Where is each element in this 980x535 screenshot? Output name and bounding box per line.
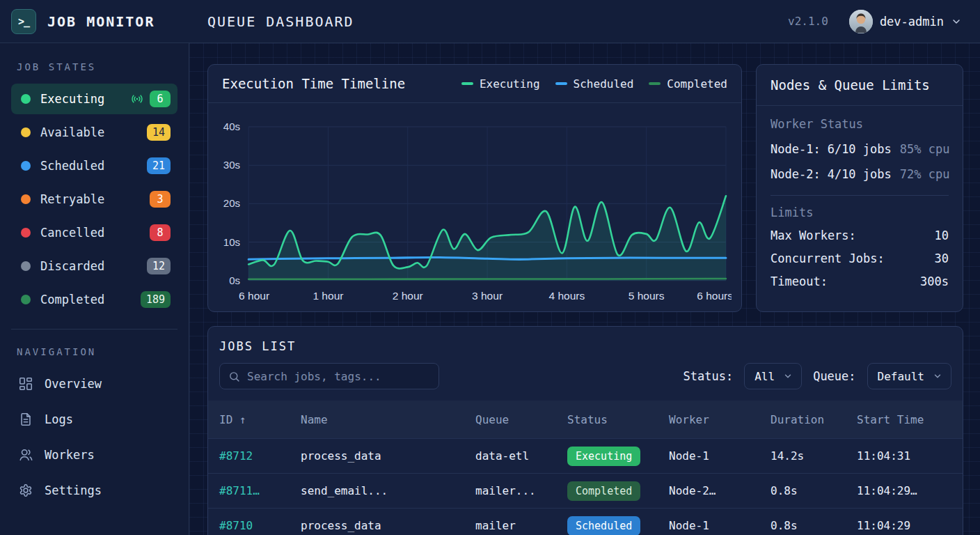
search-icon — [228, 371, 240, 382]
legend-item-scheduled[interactable]: Scheduled — [555, 77, 634, 91]
job-queue: data-etl — [464, 449, 556, 463]
nav-item-logs[interactable]: Logs — [11, 404, 177, 435]
nav-label: Overview — [45, 377, 102, 391]
limit-name: Max Workers: — [770, 228, 856, 242]
column-header-duration[interactable]: Duration — [759, 413, 846, 426]
column-header-starttime[interactable]: Start Time — [846, 413, 963, 426]
sidebar-state-completed[interactable]: Completed189 — [11, 284, 177, 315]
sidebar-divider: NAVIGATION OverviewLogsWorkersSettings — [11, 329, 177, 506]
column-header-name[interactable]: Name — [290, 413, 464, 426]
state-label: Retryable — [40, 192, 104, 206]
limit-value: 300s — [920, 274, 949, 288]
overview-icon — [18, 376, 33, 391]
timeline-chart: 0s10s20s30s40s6 hour1 hour2 hour3 hour4 … — [208, 103, 741, 314]
svg-text:10s: 10s — [223, 236, 240, 248]
nav-label: Logs — [45, 412, 73, 426]
job-duration: 14.2s — [759, 449, 846, 463]
legend-dash-icon — [461, 82, 473, 85]
node-cpu: 85% cpu — [900, 142, 950, 156]
table-row[interactable]: #8710process_datamailerScheduledNode-10.… — [208, 508, 963, 535]
job-id-link[interactable]: #8712 — [208, 449, 290, 463]
navigation-list: OverviewLogsWorkersSettings — [11, 369, 177, 506]
nav-item-workers[interactable]: Workers — [11, 440, 177, 470]
table-row[interactable]: #8712process_datadata-etlExecutingNode-1… — [208, 438, 963, 473]
node-name: Node-2: — [770, 167, 821, 181]
chevron-down-icon — [783, 371, 793, 381]
state-label: Executing — [40, 92, 104, 106]
limit-row: Max Workers: 10 — [770, 228, 949, 242]
legend-label: Scheduled — [574, 77, 634, 91]
state-dot-icon — [21, 261, 31, 271]
job-id-link[interactable]: #8710 — [208, 519, 290, 532]
limit-value: 30 — [935, 251, 949, 265]
search-input[interactable] — [247, 370, 430, 383]
state-dot-icon — [21, 295, 31, 304]
chevron-down-icon — [933, 371, 942, 381]
sidebar: JOB STATES Executing6Available14Schedule… — [0, 43, 189, 535]
job-worker: Node-2… — [658, 484, 759, 497]
legend-label: Completed — [667, 77, 727, 91]
job-name: send_email... — [290, 484, 464, 497]
status-badge: Executing — [567, 447, 640, 466]
state-count-badge: 21 — [147, 157, 171, 175]
job-states-header: JOB STATES — [17, 61, 172, 72]
sidebar-state-available[interactable]: Available14 — [11, 117, 177, 148]
jobs-search[interactable] — [219, 363, 439, 389]
page-title: QUEUE DASHBOARD — [207, 13, 354, 30]
nav-item-overview[interactable]: Overview — [11, 369, 177, 399]
job-status-cell: Completed — [556, 481, 658, 501]
state-count-badge: 3 — [150, 191, 171, 208]
status-badge: Scheduled — [567, 516, 640, 535]
node-status-row: Node-1: 6/10 jobs 85% cpu — [770, 142, 949, 156]
limit-row: Timeout: 300s — [770, 274, 949, 288]
sidebar-state-cancelled[interactable]: Cancelled8 — [11, 217, 177, 248]
nav-item-settings[interactable]: Settings — [11, 475, 177, 506]
sidebar-state-scheduled[interactable]: Scheduled21 — [11, 150, 177, 181]
job-start-time: 11:04:31 — [846, 449, 963, 463]
job-status-cell: Scheduled — [556, 516, 658, 535]
legend-item-executing[interactable]: Executing — [461, 77, 540, 91]
job-worker: Node-1 — [658, 449, 759, 463]
queue-filter-label: Queue: — [813, 369, 855, 383]
table-row[interactable]: #8711…send_email...mailer...CompletedNod… — [208, 473, 963, 508]
user-menu[interactable]: dev-admin — [849, 10, 962, 33]
jobs-list-card: JOBS LIST Status: All Queue: Default — [207, 326, 963, 535]
column-header-worker[interactable]: Worker — [658, 413, 759, 426]
job-duration: 0.8s — [759, 484, 846, 497]
svg-text:6 hours: 6 hours — [697, 290, 732, 302]
sidebar-state-retryable[interactable]: Retryable3 — [11, 184, 177, 215]
sidebar-state-discarded[interactable]: Discarded12 — [11, 251, 177, 281]
job-duration: 0.8s — [759, 519, 846, 532]
status-filter-select[interactable]: All — [744, 363, 802, 389]
node-status-row: Node-2: 4/10 jobs 72% cpu — [770, 167, 949, 181]
status-filter-label: Status: — [683, 369, 734, 383]
svg-text:40s: 40s — [223, 121, 240, 132]
column-header-id[interactable]: ID ↑ — [208, 413, 290, 426]
state-label: Discarded — [40, 259, 104, 273]
queue-filter-select[interactable]: Default — [867, 363, 951, 389]
job-id-link[interactable]: #8711… — [208, 484, 290, 497]
svg-text:20s: 20s — [223, 197, 240, 209]
series-line-completed — [248, 279, 726, 279]
status-badge: Completed — [567, 481, 640, 501]
limit-name: Timeout: — [770, 274, 828, 288]
svg-text:30s: 30s — [223, 159, 240, 171]
state-dot-icon — [21, 194, 31, 204]
sidebar-state-executing[interactable]: Executing6 — [11, 84, 177, 114]
node-jobs: 4/10 jobs — [828, 167, 892, 181]
limits-label: Limits — [770, 206, 949, 219]
settings-icon — [18, 483, 33, 498]
status-filter-value: All — [754, 370, 775, 383]
node-cpu: 72% cpu — [900, 167, 950, 181]
svg-text:2 hour: 2 hour — [393, 290, 423, 302]
chevron-down-icon — [951, 16, 962, 27]
limit-row: Concurrent Jobs: 30 — [770, 251, 949, 265]
column-header-status[interactable]: Status — [556, 413, 658, 426]
terminal-logo-icon: >_ — [11, 9, 36, 34]
svg-text:1 hour: 1 hour — [313, 290, 343, 302]
logs-icon — [18, 412, 33, 427]
chart-legend: ExecutingScheduledCompleted — [461, 77, 727, 91]
column-header-queue[interactable]: Queue — [464, 413, 556, 426]
legend-item-completed[interactable]: Completed — [649, 77, 727, 91]
chart-title: Execution Time Timeline — [222, 76, 405, 91]
